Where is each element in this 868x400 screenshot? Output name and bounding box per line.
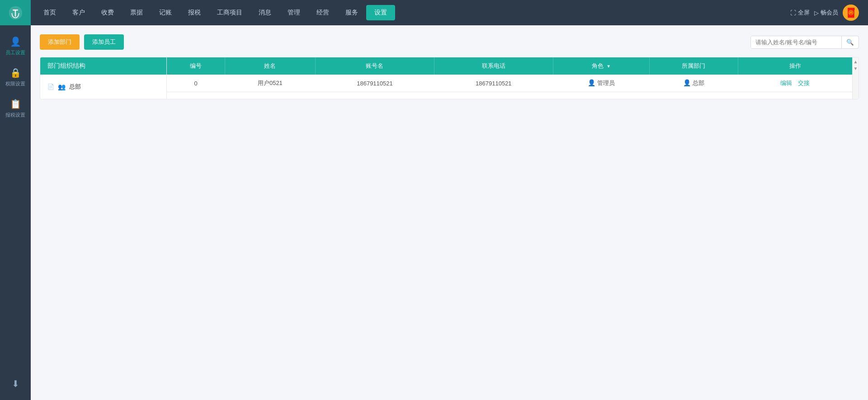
sidebar-bottom: ⬇ [0, 372, 31, 395]
tree-panel: 部门组织结构 📄 👥 总部 [40, 57, 167, 99]
dept-user-icon: 👤 [683, 79, 691, 86]
cell-role: 👤管理员 [553, 75, 649, 92]
sidebar-label-tax-settings: 报税设置 [5, 112, 25, 118]
toolbar: 添加部门 添加员工 🔍 [40, 34, 859, 50]
sidebar-item-permission[interactable]: 🔒 权限设置 [0, 61, 31, 92]
member-btn[interactable]: ▷ 畅会员 [814, 9, 838, 17]
avatar[interactable]: 🧧 [843, 5, 859, 21]
sidebar-label-permission: 权限设置 [5, 81, 25, 87]
tree-item-label: 总部 [69, 83, 81, 91]
nav-fee[interactable]: 收费 [93, 0, 122, 25]
add-dept-button[interactable]: 添加部门 [40, 34, 80, 50]
col-header-actions: 操作 [738, 57, 852, 75]
add-staff-button[interactable]: 添加员工 [84, 34, 124, 50]
tree-body: 📄 👥 总部 [40, 75, 166, 99]
tree-item-head[interactable]: 📄 👥 总部 [40, 79, 166, 94]
cell-actions: 编辑 交接 [738, 75, 852, 92]
transfer-link[interactable]: 交接 [798, 80, 810, 86]
nav-operation[interactable]: 经营 [308, 0, 337, 25]
scroll-down-arrow[interactable]: ▼ [854, 65, 858, 72]
cell-name: 用户0521 [225, 75, 315, 92]
download-icon: ⬇ [9, 377, 22, 390]
nav-service[interactable]: 服务 [337, 0, 366, 25]
sidebar-download-btn[interactable]: ⬇ [0, 372, 31, 395]
toolbar-left: 添加部门 添加员工 [40, 34, 124, 50]
table-row: 0 用户0521 18679110521 18679110521 👤管理员 👤总… [167, 75, 852, 92]
table-header-row: 编号 姓名 账号名 联系电话 角色 ▼ 所属部门 操作 [167, 57, 852, 75]
logo[interactable] [0, 0, 31, 25]
fullscreen-btn[interactable]: ⛶ 全屏 [790, 9, 810, 17]
tree-header: 部门组织结构 [40, 57, 166, 75]
nav-manage[interactable]: 管理 [279, 0, 308, 25]
nav-settings[interactable]: 设置 [366, 5, 395, 20]
nav-accounting[interactable]: 记账 [151, 0, 180, 25]
nav-tax[interactable]: 报税 [180, 0, 209, 25]
col-header-id: 编号 [167, 57, 225, 75]
sidebar: 👤 员工设置 🔒 权限设置 📋 报税设置 ⬇ [0, 25, 31, 400]
employee-icon: 👤 [9, 35, 22, 48]
search-input[interactable] [751, 36, 841, 48]
employee-table: 编号 姓名 账号名 联系电话 角色 ▼ 所属部门 操作 0 [167, 57, 852, 92]
col-header-name: 姓名 [225, 57, 315, 75]
content-area: 部门组织结构 📄 👥 总部 编号 姓名 账号名 联系电话 [40, 57, 859, 99]
search-box: 🔍 [750, 36, 859, 49]
cell-account: 18679110521 [316, 75, 434, 92]
cell-dept: 👤总部 [650, 75, 738, 92]
col-header-account: 账号名 [316, 57, 434, 75]
nav-ticket[interactable]: 票据 [122, 0, 151, 25]
sidebar-label-employee: 员工设置 [5, 50, 25, 56]
tree-person-icon: 👥 [58, 83, 66, 90]
fullscreen-icon: ⛶ [790, 9, 796, 16]
member-icon: ▷ [814, 9, 819, 16]
nav-home[interactable]: 首页 [35, 0, 64, 25]
nav-message[interactable]: 消息 [250, 0, 279, 25]
sidebar-item-tax-settings[interactable]: 📋 报税设置 [0, 92, 31, 123]
sidebar-item-employee[interactable]: 👤 员工设置 [0, 30, 31, 61]
search-button[interactable]: 🔍 [841, 36, 859, 48]
col-header-phone: 联系电话 [434, 57, 553, 75]
table-panel: 编号 姓名 账号名 联系电话 角色 ▼ 所属部门 操作 0 [167, 57, 852, 99]
search-icon: 🔍 [846, 39, 854, 46]
top-nav: 首页 客户 收费 票据 记账 报税 工商项目 消息 管理 经营 服务 设置 ⛶ … [0, 0, 868, 25]
edit-link[interactable]: 编辑 [780, 80, 792, 86]
nav-items: 首页 客户 收费 票据 记账 报税 工商项目 消息 管理 经营 服务 设置 [31, 0, 790, 25]
main-content: 添加部门 添加员工 🔍 部门组织结构 📄 👥 总部 [31, 25, 868, 400]
member-label: 畅会员 [821, 9, 838, 17]
tree-file-icon: 📄 [47, 84, 54, 90]
role-filter-icon[interactable]: ▼ [606, 64, 611, 69]
col-header-role: 角色 ▼ [553, 57, 649, 75]
fullscreen-label: 全屏 [798, 9, 810, 17]
scroll-up-arrow[interactable]: ▲ [854, 58, 858, 65]
tax-settings-icon: 📋 [9, 98, 22, 110]
nav-customer[interactable]: 客户 [64, 0, 93, 25]
cell-phone: 18679110521 [434, 75, 553, 92]
col-header-dept: 所属部门 [650, 57, 738, 75]
scroll-bar: ▲ ▼ [852, 57, 859, 99]
nav-right: ⛶ 全屏 ▷ 畅会员 🧧 [790, 5, 868, 21]
permission-icon: 🔒 [9, 66, 22, 79]
role-user-icon: 👤 [588, 79, 595, 86]
nav-business[interactable]: 工商项目 [209, 0, 250, 25]
cell-id: 0 [167, 75, 225, 92]
